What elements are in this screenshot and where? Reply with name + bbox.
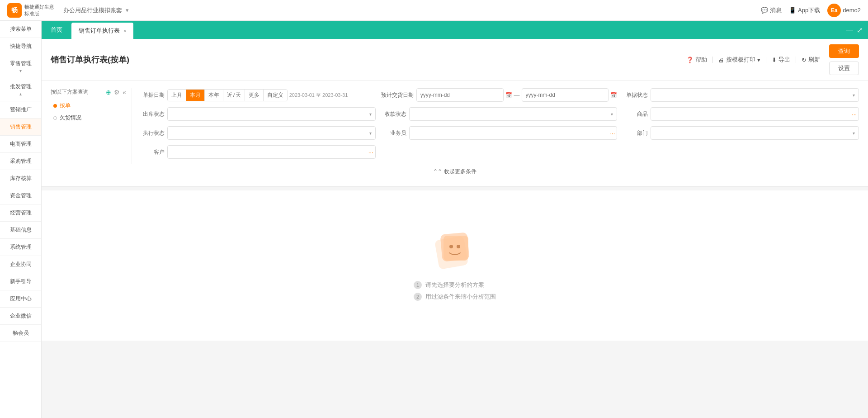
goods-more-button[interactable]: ··· [850,109,859,119]
expected-date-to-input[interactable] [522,88,609,102]
sidebar-item-purchase[interactable]: 采购管理 [0,153,41,170]
date-tab-this-month[interactable]: 本月 [186,90,205,101]
collection-status-dropdown[interactable]: ▾ [409,107,618,121]
exec-dropdown-arrow: ▾ [369,131,372,136]
goods-label: 商品 [623,110,648,118]
customer-input[interactable] [168,150,367,154]
sidebar-item-system[interactable]: 系统管理 [0,239,41,256]
page-title: 销售订单执行表(按单) [51,54,129,65]
dept-dropdown-arrow: ▾ [853,131,855,136]
warehouse-status-label: 出库状态 [139,110,165,118]
date-tab-more[interactable]: 更多 [245,90,264,101]
salesperson-more-button[interactable]: ··· [608,128,617,138]
salesperson-input[interactable] [410,131,609,135]
exec-status-ctrl: ▾ [167,126,376,140]
status-dropdown[interactable]: ▾ [651,88,859,102]
user-avatar: Ea [827,4,841,17]
sidebar-item-enterprise[interactable]: 企业协同 [0,256,41,273]
sidebar-item-retail[interactable]: 零售管理 ▾ [0,55,41,78]
wholesale-expand-icon: ▴ [2,91,39,96]
sidebar-item-newbie[interactable]: 新手引导 [0,273,41,290]
warehouse-dropdown-arrow: ▾ [369,112,372,117]
print-dropdown-icon[interactable]: ▾ [757,57,760,63]
divider1 [712,57,713,63]
filter-field-doc-status: 单据状态 ▾ [623,88,859,102]
filter-body: 按以下方案查询 ⊕ ⚙ « 按单 [51,88,859,164]
goods-input[interactable] [651,112,850,116]
solution-dot-inactive [53,116,57,120]
sidebar-item-inventory[interactable]: 库存核算 [0,170,41,187]
tab-sales-order[interactable]: 销售订单执行表 × [71,23,133,39]
refresh-button[interactable]: ↻ 刷新 [802,56,820,64]
app-download-button[interactable]: 📱 App下载 [789,6,820,14]
top-bar: 畅 畅捷通好生意 标准版 办公用品行业模拟账套 ▾ 💬 消息 📱 App下载 E… [0,0,868,21]
tab-minimize-button[interactable]: — [846,26,853,34]
settings-solution-icon[interactable]: ⚙ [114,89,120,96]
sidebar-item-apps[interactable]: 应用中心 [0,290,41,308]
add-solution-icon[interactable]: ⊕ [106,89,111,96]
filter-field-collection-status: 收款状态 ▾ [381,107,618,121]
customer-more-button[interactable]: ··· [367,147,375,157]
filter-solution-section: 按以下方案查询 ⊕ ⚙ « 按单 [51,88,132,164]
tip-num-1: 1 [414,281,422,289]
help-button[interactable]: ❓ 帮助 [686,56,707,64]
salesperson-ctrl: ··· [409,126,618,140]
sidebar-item-wholesale[interactable]: 批发管理 ▴ [0,78,41,101]
sidebar-item-ecommerce[interactable]: 电商管理 [0,136,41,153]
sidebar-item-finance[interactable]: 资金管理 [0,187,41,204]
filter-field-salesperson: 业务员 ··· [381,126,618,140]
divider3 [796,57,796,63]
setting-button[interactable]: 设置 [829,62,859,75]
salesperson-label: 业务员 [381,129,406,137]
empty-state: 1 请先选择要分析的方案 2 用过滤条件来缩小分析范围 [42,190,868,341]
print-button[interactable]: 🖨 按模板打印 ▾ [718,56,760,64]
status-dropdown-arrow: ▾ [853,93,855,98]
empty-tip-1: 1 请先选择要分析的方案 [414,281,496,289]
filter-field-exec-status: 执行状态 ▾ [139,126,376,140]
filter-row-2: 出库状态 ▾ 收款状态 [139,107,859,121]
print-icon: 🖨 [718,57,724,63]
date-tab-this-year[interactable]: 本年 [205,90,223,101]
content-area: 销售订单执行表(按单) ❓ 帮助 🖨 按模板打印 ▾ ⬇ [42,39,868,418]
sidebar-item-member[interactable]: 畅会员 [0,325,41,342]
sidebar-item-wechat[interactable]: 企业微信 [0,308,41,325]
sidebar-item-sales[interactable]: 销售管理 [0,119,41,136]
sidebar-item-search[interactable]: 搜索菜单 [0,21,41,38]
expected-date-label: 预计交货日期 [381,91,414,99]
exec-status-dropdown[interactable]: ▾ [167,126,376,140]
query-button[interactable]: 查询 [829,44,859,58]
department-dropdown[interactable]: ▾ [651,126,859,140]
tip-num-2: 2 [414,293,422,301]
user-profile[interactable]: Ea demo2 [827,4,861,17]
svg-rect-2 [443,236,468,261]
breadcrumb-arrow[interactable]: ▾ [126,7,129,14]
collapse-icon: ⌃⌃ [433,168,442,175]
sidebar-item-quick-nav[interactable]: 快捷导航 [0,38,41,55]
tab-home[interactable]: 首页 [42,21,71,39]
collapse-button[interactable]: ⌃⌃ 收起更多条件 [433,168,476,175]
tab-bar-actions: — ⤢ [846,26,868,34]
collapse-solution-icon[interactable]: « [123,89,126,96]
department-label: 部门 [623,129,648,137]
solution-item-shortage[interactable]: 欠货情况 [51,112,126,124]
tab-close-icon[interactable]: × [123,28,126,33]
date-range-dash: — [514,92,520,99]
expected-date-from-input[interactable] [416,88,504,102]
filter-field-warehouse-status: 出库状态 ▾ [139,107,376,121]
export-button[interactable]: ⬇ 导出 [772,56,790,64]
download-icon: 📱 [789,7,796,14]
date-tab-custom[interactable]: 自定义 [264,90,287,101]
date-tab-last-month[interactable]: 上月 [168,90,186,101]
date-tab-7days[interactable]: 近7天 [223,90,245,101]
tab-maximize-button[interactable]: ⤢ [857,26,863,34]
sidebar-item-basic[interactable]: 基础信息 [0,222,41,239]
warehouse-status-dropdown[interactable]: ▾ [167,107,376,121]
page-header-actions: ❓ 帮助 🖨 按模板打印 ▾ ⬇ 导出 [686,44,859,75]
sidebar-item-marketing[interactable]: 营销推广 [0,101,41,119]
logo-text: 畅捷通好生意 标准版 [24,4,54,17]
sidebar-item-operations[interactable]: 经营管理 [0,204,41,222]
solution-item-order[interactable]: 按单 [51,100,126,112]
department-ctrl: ▾ [651,126,859,140]
top-bar-right: 💬 消息 📱 App下载 Ea demo2 [761,4,861,17]
message-button[interactable]: 💬 消息 [761,6,782,14]
